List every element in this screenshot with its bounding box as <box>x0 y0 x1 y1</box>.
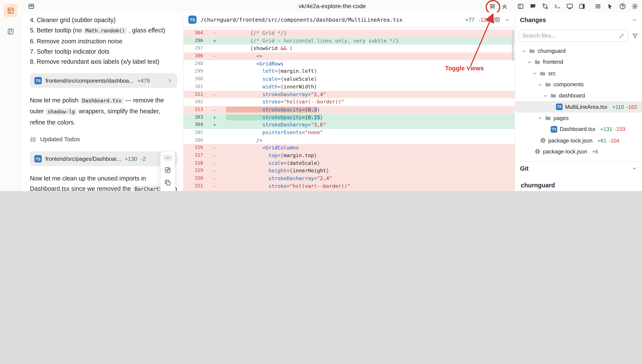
diff-marker: - <box>203 152 226 160</box>
line-number: 305 <box>183 129 203 137</box>
folder-icon <box>529 48 535 54</box>
chevron-down-icon[interactable] <box>538 82 543 87</box>
search-files-input[interactable] <box>522 33 618 39</box>
folder-name: pages <box>553 115 568 121</box>
file-name: package-lock.json <box>543 148 587 155</box>
diff-line: 306 /> <box>183 136 515 144</box>
chevron-down-icon[interactable] <box>543 93 548 98</box>
copy-icon[interactable] <box>164 179 171 186</box>
diff-line: 311- strokeDasharray="2,4" <box>183 90 515 98</box>
inline-code: BarChart3 <box>133 186 164 191</box>
chevron-right-icon <box>167 78 173 84</box>
line-number: 320 <box>183 175 203 182</box>
chevron-down-icon[interactable] <box>532 71 537 76</box>
added-count: +110 <box>612 104 624 110</box>
pointer-mode-icon[interactable] <box>607 2 614 10</box>
removed-count: -162 <box>626 104 637 110</box>
tree-item-src[interactable]: src <box>515 68 642 79</box>
line-number: 311 <box>183 90 203 98</box>
removed-count: -2 <box>141 154 146 164</box>
chat-panel-icon[interactable] <box>529 2 536 10</box>
edit-file-icon[interactable] <box>164 166 171 174</box>
tree-item-dashboard-tsx[interactable]: TSDashboard.tsx+131-233 <box>515 124 642 135</box>
tree-item-package-lock-json[interactable]: package-lock.json+6 <box>515 146 642 157</box>
diff-line: 297 {showGrid && ( <box>183 45 515 52</box>
git-section-header[interactable]: Git <box>515 161 642 175</box>
file-name: Dashboard.tsx <box>560 126 595 132</box>
diff-marker <box>203 136 226 144</box>
right-sidebar-toggle-icon[interactable] <box>578 2 585 10</box>
tree-item-package-lock-json[interactable]: package-lock.json+61-104 <box>515 135 642 146</box>
workspace-icon <box>7 7 14 14</box>
chat-paragraph: Now let me clean up the unused imports i… <box>30 173 177 191</box>
line-number: 301 <box>183 83 203 91</box>
chat-list: 4. Cleaner grid (subtler opacity)5. Bett… <box>30 15 177 67</box>
line-number: 318 <box>183 160 203 167</box>
line-number: 306 <box>183 52 203 60</box>
collapse-panels-button[interactable] <box>501 2 508 10</box>
line-number: 317 <box>183 152 203 160</box>
diff-line: 318- scale={dateScale} <box>183 160 515 167</box>
added-count: +61 <box>597 137 606 144</box>
list-item: 7. Softer tooltip indicator dots <box>30 46 177 56</box>
tree-item-dashboard[interactable]: dashboard <box>515 90 642 101</box>
diff-marker <box>203 45 226 52</box>
list-item: 6. Remove zoom instruction noise <box>30 36 177 46</box>
tree-item-components[interactable]: components <box>515 79 642 90</box>
diff-line: 317- top={margin.top} <box>183 152 515 160</box>
tree-item-multilinearea-tsx[interactable]: TSMultiLineArea.tsx+110-162 <box>515 101 642 112</box>
tree-item-churnguard[interactable]: churnguard <box>515 46 642 57</box>
json-icon <box>535 149 540 154</box>
filter-icon[interactable] <box>632 32 638 39</box>
repo-name: churnguard <box>521 176 636 189</box>
dots-icon <box>165 155 171 161</box>
checklist-icon <box>30 136 37 143</box>
diff-line: 304+ strokeDasharray="3,6" <box>183 121 515 129</box>
terminal-panel-icon[interactable] <box>554 2 561 10</box>
line-number: 296 <box>183 37 203 45</box>
left-sidebar-toggle-icon[interactable] <box>517 2 524 10</box>
diff-marker <box>203 83 226 91</box>
inline-code: shadow-lg <box>46 108 77 115</box>
collapse-icon[interactable] <box>618 33 624 39</box>
diff-marker <box>203 75 226 83</box>
diff-file-path: /churnguard/frontend/src/components/dash… <box>201 16 402 23</box>
toggle-views-button[interactable] <box>489 2 496 10</box>
settings-gear-icon[interactable] <box>631 2 638 10</box>
updated-todos-row[interactable]: Updated Todos <box>30 134 177 144</box>
chevron-down-icon[interactable] <box>521 48 526 54</box>
line-number: 304 <box>183 30 203 37</box>
line-number: 300 <box>183 75 203 83</box>
diff-view-toggle-icon[interactable] <box>494 16 500 23</box>
line-number: 316 <box>183 144 203 152</box>
menu-icon[interactable] <box>594 2 601 10</box>
diff-scrollbar[interactable] <box>512 30 514 61</box>
file-diff-chip[interactable]: TSfrontend/src/components/dashboa...+479 <box>30 73 177 88</box>
chevron-down-icon[interactable] <box>538 116 543 120</box>
git-body: churnguard main 1 Open PR #7 <box>515 175 642 191</box>
chevron-down-icon[interactable] <box>504 17 510 22</box>
git-title: Git <box>520 165 529 172</box>
chat-panel: 4. Cleaner grid (subtler opacity)5. Bett… <box>23 12 183 191</box>
more-actions-button[interactable] <box>163 155 173 161</box>
help-icon[interactable] <box>619 2 626 10</box>
file-diff-chip[interactable]: TSfrontend/src/pages/Dashboar...+130-2 <box>30 152 177 166</box>
tree-item-frontend[interactable]: frontend <box>515 57 642 68</box>
diff-marker: + <box>203 114 226 121</box>
diff-marker: - <box>203 190 226 191</box>
changes-section-header[interactable]: Changes <box>515 12 642 28</box>
tree-item-pages[interactable]: pages <box>515 112 642 124</box>
diff-line: 321- stroke="hsl(var(--border))" <box>183 182 515 190</box>
search-box[interactable] <box>519 30 628 42</box>
todos-label: Updated Todos <box>40 134 80 144</box>
git-compare-icon[interactable] <box>542 2 549 10</box>
diff-marker <box>203 98 226 106</box>
diff-line: 320- strokeDasharray="2,4" <box>183 175 515 182</box>
sidebar-item-board[interactable] <box>4 24 17 38</box>
folder-name: src <box>548 70 555 76</box>
line-number: 303 <box>183 114 203 121</box>
sidebar-item-workspace[interactable] <box>4 4 17 17</box>
preview-panel-icon[interactable] <box>566 2 573 10</box>
chevron-down-icon[interactable] <box>527 60 532 64</box>
list-item: 8. Remove redundant axis labels (x/y lab… <box>30 56 177 67</box>
